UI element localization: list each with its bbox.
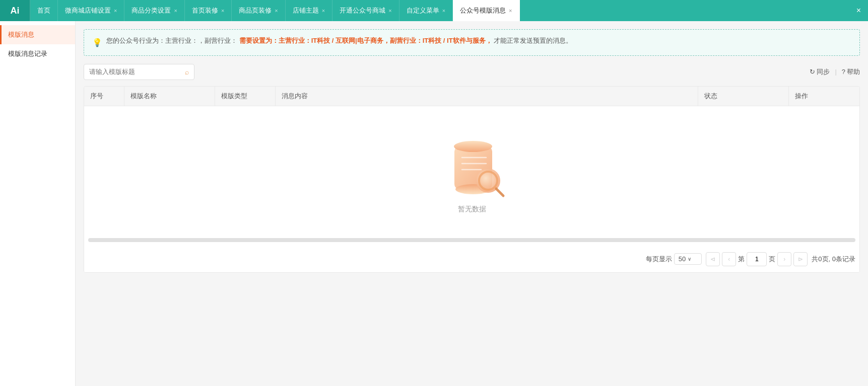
tab-home-label: 首页 bbox=[37, 6, 50, 15]
last-page-icon: ⊳ bbox=[798, 256, 803, 263]
chevron-down-icon: ∨ bbox=[688, 256, 691, 262]
empty-svg bbox=[442, 136, 512, 202]
tab-wsc-settings[interactable]: 微商城店铺设置 × bbox=[58, 0, 124, 21]
tab-product-decor-close[interactable]: × bbox=[275, 8, 278, 14]
tab-home-decor[interactable]: 首页装修 × bbox=[185, 0, 232, 21]
tab-product-decor-label: 商品页装修 bbox=[239, 6, 272, 15]
tab-home[interactable]: 首页 bbox=[30, 0, 58, 21]
sidebar-item-template-msg-label: 模版消息 bbox=[8, 31, 34, 38]
col-seq: 序号 bbox=[84, 87, 124, 106]
notice-banner: 💡 您的公众号行业为：主营行业：，副营行业： 需要设置为：主营行业：IT科技 /… bbox=[84, 29, 860, 56]
notice-suffix: 才能正常发送预置的消息。 bbox=[494, 37, 572, 44]
sidebar-item-template-msg-log-label: 模版消息记录 bbox=[8, 50, 47, 57]
main-layout: 模版消息 模版消息记录 💡 您的公众号行业为：主营行业：，副营行业： 需要设置为… bbox=[0, 21, 868, 386]
page-size-select: 每页显示 50 ∨ bbox=[646, 253, 702, 265]
empty-text: 暂无数据 bbox=[458, 205, 486, 214]
tab-open-mall-close[interactable]: × bbox=[388, 8, 391, 14]
tab-open-mall-label: 开通公众号商城 bbox=[340, 6, 385, 15]
data-table: 序号 模版名称 模版类型 消息内容 状态 操作 bbox=[84, 86, 860, 273]
page-size-dropdown[interactable]: 50 ∨ bbox=[674, 253, 702, 265]
tab-product-category-close[interactable]: × bbox=[174, 8, 177, 14]
content-area: 💡 您的公众号行业为：主营行业：，副营行业： 需要设置为：主营行业：IT科技 /… bbox=[76, 21, 868, 386]
tab-shop-theme[interactable]: 店铺主题 × bbox=[286, 0, 332, 21]
notice-prefix: 您的公众号行业为：主营行业：，副营行业： bbox=[106, 37, 237, 44]
prev-page-icon: ‹ bbox=[728, 256, 730, 263]
page-suffix: 页 bbox=[769, 255, 775, 264]
tab-custom-menu[interactable]: 自定义菜单 × bbox=[399, 0, 453, 21]
tab-template-msg[interactable]: 公众号模版消息 × bbox=[453, 0, 519, 21]
next-page-icon: › bbox=[783, 256, 785, 263]
tab-wsc-settings-label: 微商城店铺设置 bbox=[65, 6, 111, 15]
svg-point-1 bbox=[454, 141, 492, 152]
last-page-button[interactable]: ⊳ bbox=[793, 252, 808, 266]
first-page-button[interactable]: ⊲ bbox=[706, 252, 720, 266]
tab-shop-theme-label: 店铺主题 bbox=[293, 6, 319, 15]
tab-shop-theme-close[interactable]: × bbox=[322, 8, 325, 14]
sidebar-item-template-msg[interactable]: 模版消息 bbox=[0, 25, 75, 44]
toolbar-right: ↻ 同步 | ? 帮助 bbox=[810, 67, 860, 76]
col-type: 模版类型 bbox=[215, 87, 276, 106]
page-input[interactable] bbox=[747, 252, 767, 266]
scrollbar-track[interactable] bbox=[88, 238, 855, 242]
tab-custom-menu-close[interactable]: × bbox=[442, 8, 445, 14]
tab-wsc-settings-close[interactable]: × bbox=[114, 8, 117, 14]
empty-state: 暂无数据 bbox=[84, 106, 859, 234]
tab-custom-menu-label: 自定义菜单 bbox=[407, 6, 439, 15]
tab-product-category-label: 商品分类设置 bbox=[131, 6, 171, 15]
col-name: 模版名称 bbox=[124, 87, 215, 106]
scrollbar-area bbox=[84, 234, 859, 246]
help-label: 帮助 bbox=[847, 67, 860, 76]
col-content: 消息内容 bbox=[276, 87, 698, 106]
col-action: 操作 bbox=[789, 87, 859, 106]
notice-text: 您的公众号行业为：主营行业：，副营行业： 需要设置为：主营行业：IT科技 / 互… bbox=[106, 36, 572, 46]
help-icon: ? bbox=[842, 68, 845, 75]
first-page-icon: ⊲ bbox=[710, 256, 715, 263]
svg-line-8 bbox=[496, 189, 503, 196]
sync-button[interactable]: ↻ 同步 bbox=[810, 67, 830, 76]
sidebar: 模版消息 模版消息记录 bbox=[0, 21, 76, 386]
sync-label: 同步 bbox=[817, 67, 830, 76]
sync-icon: ↻ bbox=[810, 68, 815, 75]
page-nav: ⊲ ‹ 第 页 › ⊳ bbox=[706, 252, 808, 266]
search-input[interactable] bbox=[89, 68, 185, 75]
table-header: 序号 模版名称 模版类型 消息内容 状态 操作 bbox=[84, 87, 859, 106]
help-button[interactable]: ? 帮助 bbox=[842, 67, 860, 76]
pagination: 每页显示 50 ∨ ⊲ ‹ 第 页 bbox=[84, 246, 859, 272]
notice-icon: 💡 bbox=[92, 36, 102, 49]
tab-product-category[interactable]: 商品分类设置 × bbox=[124, 0, 184, 21]
app-logo: Ai bbox=[0, 0, 30, 21]
empty-illustration bbox=[442, 136, 502, 197]
tab-template-msg-close[interactable]: × bbox=[509, 8, 512, 14]
tab-home-decor-label: 首页装修 bbox=[192, 6, 218, 15]
sidebar-item-template-msg-log[interactable]: 模版消息记录 bbox=[0, 44, 75, 63]
search-icon[interactable]: ⌕ bbox=[185, 68, 189, 76]
page-total: 共0页, 0条记录 bbox=[812, 255, 855, 264]
prev-page-button[interactable]: ‹ bbox=[722, 252, 736, 266]
page-size-label: 每页显示 bbox=[646, 255, 672, 264]
tab-open-mall[interactable]: 开通公众号商城 × bbox=[332, 0, 399, 21]
page-label: 第 bbox=[738, 255, 745, 264]
search-bar: ⌕ ↻ 同步 | ? 帮助 bbox=[84, 64, 860, 80]
page-size-value: 50 bbox=[679, 255, 686, 263]
next-page-button[interactable]: › bbox=[777, 252, 791, 266]
notice-highlight: 需要设置为：主营行业：IT科技 / 互联网|电子商务，副营行业：IT科技 / I… bbox=[239, 37, 492, 44]
tab-product-decor[interactable]: 商品页装修 × bbox=[232, 0, 285, 21]
col-status: 状态 bbox=[698, 87, 789, 106]
topbar: Ai 首页 微商城店铺设置 × 商品分类设置 × 首页装修 × 商品页装修 × … bbox=[0, 0, 868, 21]
tab-home-decor-close[interactable]: × bbox=[221, 8, 224, 14]
search-input-wrap: ⌕ bbox=[84, 64, 194, 80]
close-all-button[interactable]: × bbox=[849, 0, 868, 21]
toolbar-divider: | bbox=[835, 68, 836, 75]
tab-template-msg-label: 公众号模版消息 bbox=[460, 6, 506, 15]
